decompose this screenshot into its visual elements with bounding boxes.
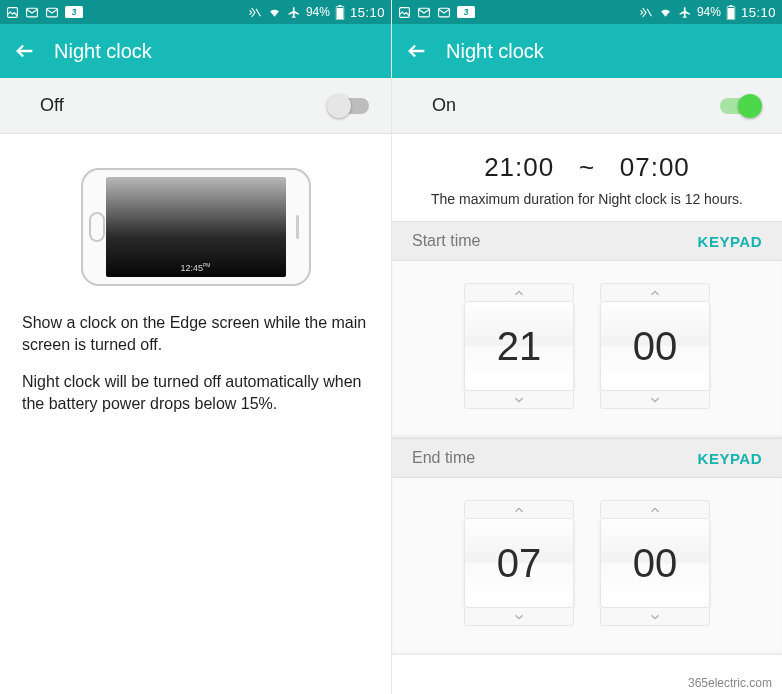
- gallery-icon: [398, 6, 411, 19]
- duration-hint: The maximum duration for Night clock is …: [408, 191, 766, 207]
- range-start: 21:00: [484, 152, 554, 182]
- chevron-down-icon[interactable]: [600, 608, 710, 626]
- device-preview: 12:45PM: [22, 154, 369, 312]
- start-minute-value[interactable]: 00: [600, 301, 710, 391]
- wifi-icon: [267, 6, 282, 19]
- description-1: Show a clock on the Edge screen while th…: [22, 312, 369, 357]
- back-icon[interactable]: [406, 40, 428, 62]
- toggle-label-on: On: [432, 95, 456, 116]
- chevron-up-icon[interactable]: [600, 283, 710, 301]
- battery-icon: [726, 5, 736, 20]
- app-title: Night clock: [446, 40, 544, 63]
- status-time: 15:10: [350, 5, 385, 20]
- range-end: 07:00: [620, 152, 690, 182]
- two-screen-container: 3 94% 15:10 Night clock Off: [0, 0, 782, 694]
- device-frame: 12:45PM: [81, 168, 311, 286]
- end-time-picker: 07 00: [392, 478, 782, 655]
- mail-icon: [25, 6, 39, 19]
- master-toggle-row[interactable]: Off: [0, 78, 391, 134]
- vibrate-icon: [639, 6, 653, 19]
- svg-line-14: [647, 8, 651, 16]
- toggle-label-off: Off: [40, 95, 64, 116]
- chevron-up-icon[interactable]: [600, 500, 710, 518]
- battery-percent: 94%: [697, 5, 721, 19]
- vibrate-icon: [248, 6, 262, 19]
- start-hour-value[interactable]: 21: [464, 301, 574, 391]
- status-right-icons: 94% 15:10: [248, 5, 385, 20]
- end-minute-spinner[interactable]: 00: [600, 500, 710, 626]
- end-minute-value[interactable]: 00: [600, 518, 710, 608]
- master-toggle-row[interactable]: On: [392, 78, 782, 134]
- svg-rect-17: [728, 8, 734, 19]
- chevron-up-icon[interactable]: [464, 500, 574, 518]
- status-left-icons: 3: [398, 6, 475, 19]
- airplane-icon: [287, 6, 301, 19]
- master-switch[interactable]: [329, 98, 369, 114]
- svg-line-5: [256, 8, 260, 16]
- chevron-up-icon[interactable]: [464, 283, 574, 301]
- end-time-header: End time KEYPAD: [392, 438, 782, 478]
- status-time: 15:10: [741, 5, 776, 20]
- device-screen-graphic: 12:45PM: [106, 177, 286, 277]
- app-bar: Night clock: [0, 24, 391, 78]
- start-minute-spinner[interactable]: 00: [600, 283, 710, 409]
- mail-icon: [417, 6, 431, 19]
- wifi-icon: [658, 6, 673, 19]
- phone-screen-off-state: 3 94% 15:10 Night clock Off: [0, 0, 391, 694]
- start-time-label: Start time: [412, 232, 480, 250]
- app-title: Night clock: [54, 40, 152, 63]
- start-hour-spinner[interactable]: 21: [464, 283, 574, 409]
- status-right-icons: 94% 15:10: [639, 5, 776, 20]
- chevron-down-icon[interactable]: [464, 391, 574, 409]
- carrier-icon: 3: [65, 6, 83, 18]
- preview-clock: 12:45PM: [106, 262, 286, 273]
- app-bar: Night clock: [392, 24, 782, 78]
- svg-rect-8: [337, 8, 343, 19]
- chevron-down-icon[interactable]: [464, 608, 574, 626]
- svg-text:3: 3: [464, 8, 469, 17]
- off-state-content: 12:45PM Show a clock on the Edge screen …: [0, 134, 391, 694]
- start-time-picker: 21 00: [392, 261, 782, 438]
- carrier-icon: 3: [457, 6, 475, 18]
- end-hour-spinner[interactable]: 07: [464, 500, 574, 626]
- speaker-graphic: [296, 215, 299, 239]
- range-separator: ~: [579, 152, 595, 182]
- gallery-icon: [6, 6, 19, 19]
- mail-icon-2: [437, 6, 451, 19]
- status-left-icons: 3: [6, 6, 83, 19]
- description-2: Night clock will be turned off automatic…: [22, 371, 369, 416]
- keypad-button[interactable]: KEYPAD: [698, 450, 762, 467]
- chevron-down-icon[interactable]: [600, 391, 710, 409]
- airplane-icon: [678, 6, 692, 19]
- mail-icon-2: [45, 6, 59, 19]
- back-icon[interactable]: [14, 40, 36, 62]
- battery-percent: 94%: [306, 5, 330, 19]
- end-hour-value[interactable]: 07: [464, 518, 574, 608]
- master-switch[interactable]: [720, 98, 760, 114]
- battery-icon: [335, 5, 345, 20]
- status-bar: 3 94% 15:10: [392, 0, 782, 24]
- watermark: 365electric.com: [688, 676, 772, 690]
- end-time-label: End time: [412, 449, 475, 467]
- svg-text:3: 3: [72, 8, 77, 17]
- status-bar: 3 94% 15:10: [0, 0, 391, 24]
- phone-screen-on-state: 3 94% 15:10 Night clock On 21:00: [391, 0, 782, 694]
- time-summary: 21:00 ~ 07:00 The maximum duration for N…: [392, 134, 782, 221]
- on-state-content: 21:00 ~ 07:00 The maximum duration for N…: [392, 134, 782, 694]
- home-button-graphic: [89, 212, 105, 242]
- time-range: 21:00 ~ 07:00: [408, 152, 766, 183]
- keypad-button[interactable]: KEYPAD: [698, 233, 762, 250]
- start-time-header: Start time KEYPAD: [392, 221, 782, 261]
